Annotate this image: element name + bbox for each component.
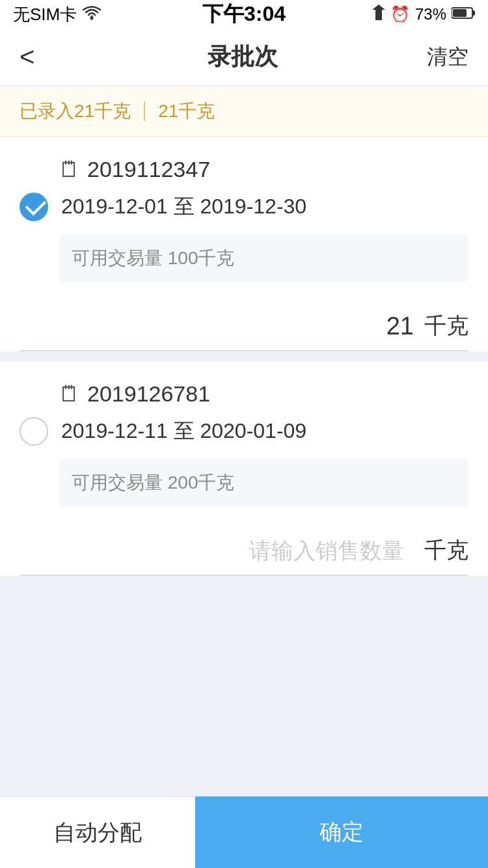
svg-rect-2	[472, 10, 475, 16]
batch-doc-icon-1: 🗒	[59, 157, 81, 182]
confirm-button[interactable]: 确定	[195, 796, 488, 868]
batch-id-1: 2019112347	[87, 157, 210, 182]
section-separator-1	[0, 351, 488, 362]
status-left: 无SIM卡	[13, 3, 102, 26]
available-text-1: 可用交易量 100千克	[72, 248, 235, 268]
input-row-2: 千克	[0, 522, 488, 565]
status-right: ⏰ 73%	[372, 5, 475, 24]
quantity-value-1: 21	[386, 312, 414, 340]
bottom-bar: 自动分配 确定	[0, 796, 488, 868]
info-banner: 已录入21千克 21千克	[0, 86, 488, 137]
batch-radio-2[interactable]	[20, 417, 48, 446]
status-bar: 无SIM卡 下午3:04 ⏰ 73%	[0, 0, 488, 29]
batch-card-2: 🗒 2019126781 2019-12-11 至 2020-01-09 可用交…	[0, 362, 488, 576]
status-time: 下午3:04	[202, 0, 286, 29]
svg-rect-3	[453, 9, 467, 17]
info-divider	[144, 102, 145, 121]
quantity-row-1: 21 千克	[0, 298, 488, 341]
available-box-2: 可用交易量 200千克	[59, 459, 468, 507]
batch-item-1: 🗒 2019112347 2019-12-01 至 2019-12-30 可用交…	[0, 137, 488, 282]
page-title: 录批次	[208, 41, 278, 73]
section-separator-2	[0, 576, 488, 586]
batch-date-1: 2019-12-01 至 2019-12-30	[61, 193, 306, 221]
batch-id-2: 2019126781	[87, 381, 210, 407]
batch-date-row-2: 2019-12-11 至 2020-01-09	[20, 417, 468, 446]
available-box-1: 可用交易量 100千克	[59, 234, 468, 282]
alarm-icon: ⏰	[390, 5, 410, 23]
nav-bar: < 录批次 清空	[0, 29, 488, 86]
svg-point-0	[90, 16, 94, 20]
batch-date-2: 2019-12-11 至 2020-01-09	[61, 417, 306, 446]
wifi-icon	[82, 5, 102, 25]
batch-doc-icon-2: 🗒	[59, 381, 81, 407]
batch-id-row-2: 🗒 2019126781	[59, 381, 468, 407]
clear-button[interactable]: 清空	[427, 43, 468, 72]
quantity-unit-1: 千克	[424, 311, 468, 341]
available-text-2: 可用交易量 200千克	[72, 472, 235, 493]
batch-radio-1[interactable]	[20, 193, 48, 221]
battery-text: 73%	[415, 5, 446, 23]
batch-date-row-1: 2019-12-01 至 2019-12-30	[20, 193, 468, 221]
batch-id-row-1: 🗒 2019112347	[59, 157, 468, 182]
auto-distribute-button[interactable]: 自动分配	[0, 796, 195, 868]
back-button[interactable]: <	[20, 42, 59, 72]
carrier-text: 无SIM卡	[13, 3, 77, 26]
info-amount: 21千克	[158, 99, 215, 124]
batch-card-1: 🗒 2019112347 2019-12-01 至 2019-12-30 可用交…	[0, 137, 488, 351]
batch-item-2: 🗒 2019126781 2019-12-11 至 2020-01-09 可用交…	[0, 362, 488, 507]
battery-icon	[452, 5, 475, 23]
qty-input-2[interactable]	[20, 538, 414, 563]
recorded-label: 已录入21千克	[20, 99, 131, 124]
input-unit-2: 千克	[424, 536, 468, 565]
location-icon	[372, 5, 385, 24]
